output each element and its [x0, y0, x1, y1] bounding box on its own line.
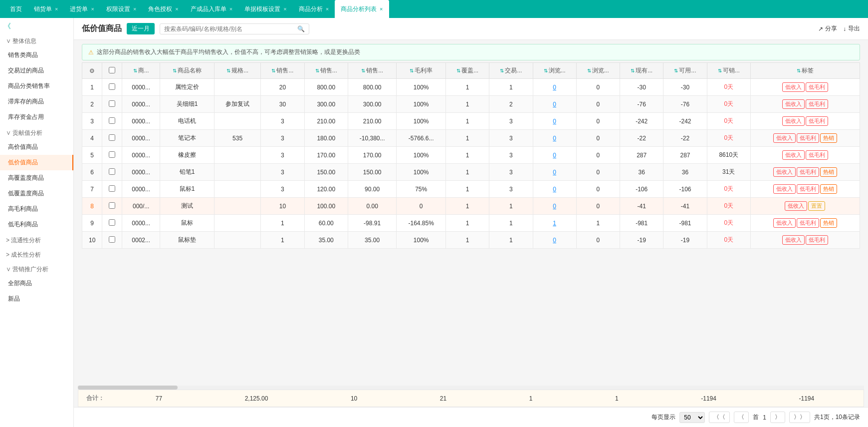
- sidebar-item-high-margin[interactable]: 高毛利商品: [0, 201, 73, 217]
- col-sellable[interactable]: ⇅可销...: [707, 63, 750, 79]
- row-browse1[interactable]: 0: [533, 198, 576, 215]
- sidebar-group-marketing[interactable]: ∨ 营销推广分析: [0, 261, 73, 276]
- close-goods-icon[interactable]: ×: [326, 6, 329, 12]
- last-page-btn[interactable]: 〉〉: [789, 412, 810, 423]
- row-checkbox[interactable]: [109, 117, 115, 124]
- browse-link[interactable]: 0: [553, 186, 556, 193]
- row-checkbox-cell[interactable]: [102, 232, 122, 249]
- row-checkbox-cell[interactable]: [102, 181, 122, 198]
- col-trade[interactable]: ⇅交易...: [489, 63, 533, 79]
- close-role-icon[interactable]: ×: [175, 6, 178, 12]
- nav-sales[interactable]: 销货单 ×: [28, 0, 64, 18]
- search-input[interactable]: [164, 25, 294, 32]
- sidebar-group-flow[interactable]: > 流通性分析: [0, 232, 73, 247]
- sidebar-item-stagnant[interactable]: 滞库存的商品: [0, 94, 73, 109]
- sidebar-item-capital[interactable]: 库存资金占用: [0, 109, 73, 125]
- close-purchase-icon[interactable]: ×: [91, 6, 94, 12]
- col-margin[interactable]: ⇅毛利率: [397, 63, 446, 79]
- sidebar-item-low-value[interactable]: 低价值商品: [0, 155, 73, 170]
- sidebar-item-high-value[interactable]: 高价值商品: [0, 139, 73, 155]
- nav-home[interactable]: 首页: [4, 0, 28, 18]
- sidebar-item-high-coverage[interactable]: 高覆盖度商品: [0, 170, 73, 186]
- sidebar-item-low-margin[interactable]: 低毛利商品: [0, 217, 73, 232]
- nav-permission[interactable]: 权限设置 ×: [100, 0, 142, 18]
- browse-link[interactable]: 0: [553, 203, 556, 210]
- close-sales-icon[interactable]: ×: [55, 6, 58, 12]
- sidebar-item-traded[interactable]: 交易过的商品: [0, 63, 73, 78]
- col-spec[interactable]: ⇅规格...: [214, 63, 260, 79]
- row-checkbox-cell[interactable]: [102, 130, 122, 147]
- first-page-btn[interactable]: 〈〈: [709, 412, 730, 423]
- browse-link[interactable]: 1: [553, 220, 556, 227]
- row-checkbox[interactable]: [109, 236, 115, 243]
- sidebar-collapse-btn[interactable]: 《: [4, 22, 11, 31]
- row-browse1[interactable]: 0: [533, 232, 576, 249]
- sidebar-group-contribution[interactable]: ∨ 贡献值分析: [0, 125, 73, 139]
- browse-link[interactable]: 0: [553, 169, 556, 176]
- browse-link[interactable]: 0: [553, 84, 556, 91]
- col-name[interactable]: ⇅商品名称: [160, 63, 215, 79]
- row-checkbox[interactable]: [109, 83, 115, 90]
- prev-page-btn[interactable]: 〈: [734, 412, 749, 423]
- col-browse1[interactable]: ⇅浏览...: [533, 63, 576, 79]
- row-checkbox[interactable]: [109, 151, 115, 158]
- col-sales1[interactable]: ⇅销售...: [261, 63, 304, 79]
- per-page-select[interactable]: 50 100 200: [679, 412, 705, 423]
- browse-link[interactable]: 0: [553, 118, 556, 125]
- next-page-btn[interactable]: 〉: [770, 412, 785, 423]
- share-button[interactable]: ↗ 分享: [818, 24, 837, 33]
- sidebar-group-overall[interactable]: ∨ 整体信息: [0, 33, 73, 47]
- row-browse1[interactable]: 0: [533, 181, 576, 198]
- sidebar-item-category-rate[interactable]: 商品分类销售率: [0, 78, 73, 94]
- col-coverage[interactable]: ⇅覆盖...: [445, 63, 489, 79]
- row-checkbox[interactable]: [109, 185, 115, 192]
- col-tags[interactable]: ⇅标签: [750, 63, 860, 79]
- row-checkbox-cell[interactable]: [102, 198, 122, 215]
- nav-template[interactable]: 单据模板设置 ×: [238, 0, 292, 18]
- scroll-thumb[interactable]: [78, 386, 178, 390]
- row-browse1[interactable]: 0: [533, 164, 576, 181]
- close-permission-icon[interactable]: ×: [133, 6, 136, 12]
- row-checkbox-cell[interactable]: [102, 215, 122, 232]
- close-template-icon[interactable]: ×: [283, 6, 286, 12]
- row-checkbox[interactable]: [109, 100, 115, 107]
- col-available[interactable]: ⇅可用...: [663, 63, 707, 79]
- browse-link[interactable]: 0: [553, 135, 556, 142]
- sidebar-item-low-coverage[interactable]: 低覆盖度商品: [0, 186, 73, 201]
- scroll-bar[interactable]: [78, 386, 864, 390]
- sidebar-item-all-goods[interactable]: 全部商品: [0, 276, 73, 291]
- time-filter-button[interactable]: 近一月: [127, 23, 155, 34]
- browse-link[interactable]: 0: [553, 237, 556, 244]
- nav-role[interactable]: 角色授权 ×: [142, 0, 184, 18]
- col-sales2[interactable]: ⇅销售...: [304, 63, 348, 79]
- sidebar-item-new-goods[interactable]: 新品: [0, 291, 73, 307]
- row-checkbox-cell[interactable]: [102, 96, 122, 113]
- col-settings[interactable]: ⚙: [82, 63, 102, 79]
- select-all-checkbox[interactable]: [109, 67, 115, 73]
- row-checkbox-cell[interactable]: [102, 79, 122, 96]
- col-stock[interactable]: ⇅现有...: [620, 63, 663, 79]
- row-checkbox[interactable]: [109, 219, 115, 226]
- row-checkbox[interactable]: [109, 202, 115, 209]
- nav-goods-list[interactable]: 商品分析列表 ×: [335, 0, 389, 18]
- nav-product-entry[interactable]: 产成品入库单 ×: [185, 0, 238, 18]
- row-checkbox[interactable]: [109, 168, 115, 175]
- sidebar-item-sales-goods[interactable]: 销售类商品: [0, 47, 73, 63]
- export-button[interactable]: ↓ 导出: [843, 24, 860, 33]
- sidebar-group-growth[interactable]: > 成长性分析: [0, 247, 73, 261]
- browse-link[interactable]: 0: [553, 101, 556, 108]
- nav-purchase[interactable]: 进货单 ×: [64, 0, 100, 18]
- nav-goods-analysis[interactable]: 商品分析 ×: [293, 0, 335, 18]
- close-goods-list-icon[interactable]: ×: [380, 6, 383, 12]
- row-browse1[interactable]: 0: [533, 130, 576, 147]
- col-checkbox[interactable]: [102, 63, 122, 79]
- row-browse1[interactable]: 0: [533, 79, 576, 96]
- col-sales3[interactable]: ⇅销售...: [348, 63, 397, 79]
- close-product-entry-icon[interactable]: ×: [229, 6, 232, 12]
- row-checkbox-cell[interactable]: [102, 147, 122, 164]
- table-wrapper[interactable]: ⚙ ⇅商... ⇅商品名称 ⇅规格... ⇅销售... ⇅销售... ⇅销售..…: [78, 62, 864, 386]
- col-browse2[interactable]: ⇅浏览...: [576, 63, 620, 79]
- col-code[interactable]: ⇅商...: [122, 63, 160, 79]
- row-checkbox-cell[interactable]: [102, 113, 122, 130]
- row-checkbox[interactable]: [109, 134, 115, 141]
